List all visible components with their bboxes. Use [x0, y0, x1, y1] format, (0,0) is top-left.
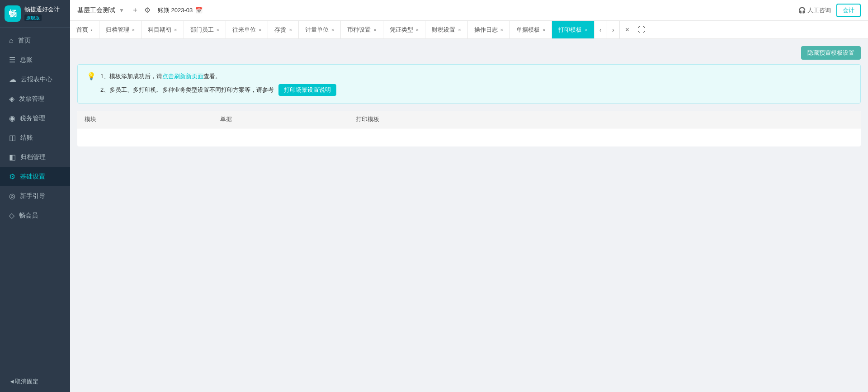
notice-row-2: 💡 2、多员工、多打印机、多种业务类型设置不同打印方案等，请参考 打印场景设置说…	[87, 84, 851, 96]
ledger-icon: ☰	[9, 56, 15, 64]
tabbar: 首页 ‹ 归档管理 × 科目期初 × 部门员工 × 往来单位 × 存货 × 计量…	[70, 21, 868, 39]
tab-tax-settings[interactable]: 财税设置 ×	[425, 21, 467, 39]
sidebar-item-closing[interactable]: ◫ 结账	[0, 128, 70, 147]
tab-prev-btn[interactable]: ‹	[594, 21, 607, 39]
tab-home-nav-icon: ‹	[91, 27, 93, 33]
add-tab-btn[interactable]: ＋	[132, 5, 139, 15]
closing-icon: ◫	[9, 133, 16, 142]
period-value: 2023-03	[171, 7, 193, 14]
headset-icon: 🎧	[798, 7, 806, 14]
bulb-icon: 💡	[87, 72, 96, 80]
tab-unit[interactable]: 计量单位 ×	[299, 21, 341, 39]
topbar-period: 账期 2023-03 📅	[158, 6, 203, 14]
tab-currency-close[interactable]: ×	[373, 27, 376, 33]
hide-preview-btn[interactable]: 隐藏预置模板设置	[801, 46, 861, 60]
tab-voucher-type-close[interactable]: ×	[416, 27, 419, 33]
col-module-header: 模块	[85, 115, 220, 123]
sidebar-item-settings[interactable]: ⚙ 基础设置	[0, 167, 70, 186]
tab-expand-btn[interactable]: ⛶	[634, 21, 649, 39]
tab-print-template[interactable]: 打印模板 ×	[552, 21, 594, 39]
table-empty-body	[77, 128, 861, 146]
sidebar-item-member[interactable]: ◇ 畅会员	[0, 206, 70, 225]
cloud-icon: ☁	[9, 75, 16, 84]
tab-dept-staff[interactable]: 部门员工 ×	[184, 21, 226, 39]
tab-subject-init[interactable]: 科目期初 ×	[142, 21, 184, 39]
sidebar-item-guide[interactable]: ◎ 新手引导	[0, 186, 70, 206]
tab-single-form-close[interactable]: ×	[542, 27, 545, 33]
tab-archive-mgmt[interactable]: 归档管理 ×	[99, 21, 142, 39]
tab-next-btn[interactable]: ›	[607, 21, 620, 39]
print-scene-btn[interactable]: 打印场景设置说明	[278, 84, 336, 96]
sidebar-item-ledger[interactable]: ☰ 总账	[0, 50, 70, 70]
sidebar: 畅 畅捷通好会计 旗舰版 ⌂ 首页 ☰ 总账 ☁ 云报表中心 ◈ 发票管理 ◉ …	[0, 0, 70, 392]
content-area: 隐藏预置模板设置 💡 1、模板添加成功后，请点击刷新新页面查看。 💡 2、多员工…	[70, 39, 868, 392]
company-dropdown-icon[interactable]: ▼	[119, 7, 124, 14]
hide-preview-area: 隐藏预置模板设置	[77, 46, 861, 60]
sidebar-item-reports[interactable]: ☁ 云报表中心	[0, 70, 70, 89]
tab-inventory[interactable]: 存货 ×	[268, 21, 298, 39]
settings-icon: ⚙	[9, 172, 15, 181]
tab-counterpart[interactable]: 往来单位 ×	[226, 21, 268, 39]
tab-op-log[interactable]: 操作日志 ×	[468, 21, 510, 39]
tab-unit-close[interactable]: ×	[331, 27, 334, 33]
sidebar-logo: 畅 畅捷通好会计 旗舰版	[0, 0, 70, 28]
home-icon: ⌂	[9, 37, 14, 45]
data-table: 模块 单据 打印模板	[77, 111, 861, 146]
col-voucher-header: 单据	[220, 115, 356, 123]
tab-voucher-type[interactable]: 凭证类型 ×	[383, 21, 425, 39]
notice-text-1: 1、模板添加成功后，请点击刷新新页面查看。	[100, 72, 221, 81]
tab-inventory-close[interactable]: ×	[289, 27, 292, 33]
archive-icon: ◧	[9, 153, 16, 161]
sidebar-nav: ⌂ 首页 ☰ 总账 ☁ 云报表中心 ◈ 发票管理 ◉ 税务管理 ◫ 结账 ◧ 归…	[0, 28, 70, 371]
notice-row-1: 💡 1、模板添加成功后，请点击刷新新页面查看。	[87, 72, 851, 81]
tab-subject-init-close[interactable]: ×	[174, 27, 177, 33]
topbar-right: 🎧 人工咨询 会计	[798, 4, 861, 17]
tab-single-form[interactable]: 单据模板 ×	[510, 21, 552, 39]
tab-currency[interactable]: 币种设置 ×	[341, 21, 383, 39]
tab-home[interactable]: 首页 ‹	[70, 21, 99, 39]
sidebar-item-archive[interactable]: ◧ 归档管理	[0, 147, 70, 167]
topbar-actions: ＋ ⚙	[132, 5, 151, 15]
tab-counterpart-close[interactable]: ×	[259, 27, 261, 33]
tab-tax-settings-close[interactable]: ×	[458, 27, 461, 33]
sidebar-item-tax[interactable]: ◉ 税务管理	[0, 109, 70, 128]
tax-icon: ◉	[9, 114, 15, 123]
sidebar-unpin-btn[interactable]: ◄取消固定	[0, 371, 70, 392]
invoice-icon: ◈	[9, 94, 14, 103]
guide-icon: ◎	[9, 192, 15, 200]
kuaiji-btn[interactable]: 会计	[836, 4, 861, 17]
notice-text-2: 2、多员工、多打印机、多种业务类型设置不同打印方案等，请参考 打印场景设置说明	[100, 84, 339, 96]
tab-op-log-close[interactable]: ×	[500, 27, 503, 33]
tab-archive-mgmt-close[interactable]: ×	[132, 27, 135, 33]
tab-close-all-btn[interactable]: ×	[620, 21, 634, 39]
table-header: 模块 单据 打印模板	[77, 111, 861, 128]
company-name[interactable]: 基层工会测试 ▼	[77, 6, 124, 14]
main-area: 基层工会测试 ▼ ＋ ⚙ 账期 2023-03 📅 🎧 人工咨询 会计 首页 ‹…	[70, 0, 868, 392]
sidebar-item-invoice[interactable]: ◈ 发票管理	[0, 89, 70, 109]
logo-text: 畅捷通好会计 旗舰版	[24, 6, 60, 22]
col-template-header: 打印模板	[356, 115, 854, 123]
refresh-link[interactable]: 点击刷新新页面	[162, 73, 203, 80]
settings-btn[interactable]: ⚙	[144, 6, 151, 14]
topbar: 基层工会测试 ▼ ＋ ⚙ 账期 2023-03 📅 🎧 人工咨询 会计	[70, 0, 868, 21]
tab-dept-staff-close[interactable]: ×	[217, 27, 219, 33]
sidebar-item-home[interactable]: ⌂ 首页	[0, 31, 70, 50]
member-icon: ◇	[9, 211, 14, 220]
notice-box: 💡 1、模板添加成功后，请点击刷新新页面查看。 💡 2、多员工、多打印机、多种业…	[77, 64, 861, 104]
tab-print-template-close[interactable]: ×	[585, 27, 587, 33]
logo-icon: 畅	[5, 5, 21, 22]
customer-service-btn[interactable]: 🎧 人工咨询	[798, 6, 831, 14]
calendar-icon[interactable]: 📅	[195, 7, 203, 14]
